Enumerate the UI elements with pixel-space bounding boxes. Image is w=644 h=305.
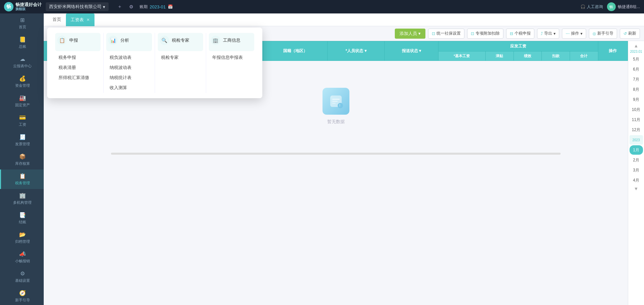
cal-nav-down[interactable]: ▼ — [632, 185, 641, 192]
sidebar-item-cloud[interactable]: ☁ 云报表中心 — [0, 52, 44, 72]
sidebar-item-fund[interactable]: 💰 资金管理 — [0, 72, 44, 91]
sidebar-label-invoice: 发票管理 — [15, 142, 30, 147]
sidebar-item-tax[interactable]: 📋 税务管理 — [0, 169, 44, 189]
sidebar-label-archive: 归档管理 — [15, 239, 30, 244]
cal-month-8[interactable]: 8月 — [630, 85, 643, 94]
cal-month-10[interactable]: 10月 — [630, 105, 643, 114]
dropdown-item-annual-report[interactable]: 年报信息申报表 — [209, 52, 254, 63]
sidebar-item-settings[interactable]: ⚙ 基础设置 — [0, 267, 44, 287]
cal-nav-up[interactable]: ▲ — [632, 42, 641, 49]
cal-year-2023-marker: 2023 — [630, 135, 643, 145]
tab-salary-table[interactable]: 工资表 ✕ — [66, 13, 94, 26]
report-header-bg: 📋 申报 — [55, 33, 101, 51]
svg-rect-2 — [332, 101, 338, 102]
sidebar-item-inventory[interactable]: 📦 库存核算 — [0, 150, 44, 169]
guide-btn[interactable]: ◎ 新手引导 — [589, 29, 617, 39]
report-section-header: 📋 申报 — [57, 36, 99, 45]
special-deduction-btn[interactable]: ⊡ 专项附加扣除 — [467, 29, 503, 39]
salary-icon: 💳 — [19, 114, 26, 121]
dropdown-section-analysis: 📊 分析 税负波动表 纳税波动表 纳税统计表 收入测算 — [103, 33, 154, 93]
sidebar-item-multi-org[interactable]: 🏢 多机构管理 — [0, 189, 44, 208]
add-person-button[interactable]: 添加人员 ▾ — [395, 29, 425, 39]
th-nationality: 国籍（地区） — [263, 41, 328, 61]
add-company-icon[interactable]: ＋ — [115, 2, 124, 11]
expert-section-icon: 🔍 — [160, 36, 169, 45]
guide-toolbar-icon: ◎ — [593, 31, 596, 36]
export-btn[interactable]: ⤴ 导出 ▾ — [537, 29, 559, 39]
th-performance: 绩效 — [514, 51, 542, 61]
sidebar-item-assets[interactable]: 🏭 固定资产 — [0, 91, 44, 111]
report-section-title: 申报 — [69, 37, 78, 43]
th-status[interactable]: *人员状态 ▾ — [328, 41, 385, 61]
dropdown-item-tax-burden[interactable]: 税负波动表 — [106, 52, 152, 63]
invoice-icon: 🧾 — [19, 134, 26, 140]
sidebar-item-guide[interactable]: 🧭 新手引导 — [0, 287, 44, 305]
dropdown-item-income-estimate[interactable]: 收入测算 — [106, 83, 152, 93]
cal-month-11[interactable]: 11月 — [630, 115, 643, 124]
refresh-btn[interactable]: ↺ 刷新 — [620, 29, 640, 39]
horizontal-scroll[interactable] — [44, 152, 628, 156]
cal-month-12[interactable]: 12月 — [630, 125, 643, 135]
sidebar-item-archive[interactable]: 📂 归档管理 — [0, 228, 44, 247]
calendar-panel: ▲ 2023.01 5月 6月 7月 8月 9月 10月 11月 12月 202… — [628, 41, 644, 305]
refresh-icon: ↺ — [623, 31, 627, 36]
add-arrow-icon: ▾ — [418, 31, 421, 36]
svg-point-4 — [338, 103, 343, 108]
sidebar: ⊞ 首页 📒 总账 ☁ 云报表中心 💰 资金管理 🏭 固定资产 💳 工资 🧾 发… — [0, 13, 44, 305]
period-label: 账期 — [140, 4, 148, 10]
cloud-icon: ☁ — [20, 56, 25, 62]
th-report-status[interactable]: 报送状态 ▾ — [384, 41, 438, 61]
empty-illustration: ! — [323, 88, 349, 115]
fund-icon: 💰 — [19, 75, 26, 82]
cal-month-2[interactable]: 2月 — [630, 155, 643, 165]
cal-month-5[interactable]: 5月 — [630, 54, 643, 64]
sidebar-item-home[interactable]: ⊞ 首页 — [0, 13, 44, 33]
analysis-section-title: 分析 — [120, 37, 129, 43]
operation-btn[interactable]: ⋯ 操作 ▾ — [562, 29, 586, 39]
expert-section-title: 税检专家 — [172, 37, 189, 43]
settings-icon[interactable]: ⚙ — [127, 2, 136, 11]
sidebar-item-salary[interactable]: 💳 工资 — [0, 111, 44, 130]
sidebar-item-invoice[interactable]: 🧾 发票管理 — [0, 130, 44, 150]
business-header-bg: 🏢 工商信息 — [209, 33, 254, 51]
tab-home[interactable]: 首页 — [48, 13, 66, 26]
logo-area: 畅 畅捷通好会计 旗舰版 — [4, 2, 42, 11]
dropdown-item-income-tax[interactable]: 所得税汇算清缴 — [55, 73, 101, 83]
special-icon: ⊡ — [471, 31, 474, 36]
sidebar-item-expense[interactable]: 📣 小畅报销 — [0, 247, 44, 267]
sidebar-item-ledger[interactable]: 📒 总账 — [0, 33, 44, 52]
cal-month-9[interactable]: 9月 — [630, 95, 643, 104]
dropdown-section-business: 🏢 工商信息 年报信息申报表 — [206, 33, 257, 93]
sidebar-item-close[interactable]: 📑 结账 — [0, 208, 44, 228]
scroll-track[interactable] — [111, 153, 561, 155]
company-selector[interactable]: 西安虾米网络科技有限公司 ▾ — [46, 2, 109, 11]
empty-text: 暂无数据 — [327, 119, 345, 125]
tab-home-label: 首页 — [52, 16, 61, 23]
dropdown-item-tax-check[interactable]: 税检专家 — [158, 52, 203, 63]
cal-month-6[interactable]: 6月 — [630, 65, 643, 74]
tax-report-btn[interactable]: ⊟ 个税申报 — [506, 29, 534, 39]
tab-close-icon[interactable]: ✕ — [86, 17, 90, 22]
dropdown-item-tax-wave[interactable]: 纳税波动表 — [106, 63, 152, 73]
calendar-icon[interactable]: 📅 — [168, 4, 173, 9]
dropdown-item-tax-stats[interactable]: 纳税统计表 — [106, 73, 152, 83]
sidebar-label-assets: 固定资产 — [15, 103, 30, 108]
cal-month-1[interactable]: 1月 — [630, 145, 643, 155]
logo-icon: 畅 — [4, 2, 13, 11]
sidebar-label-multi-org: 多机构管理 — [13, 200, 32, 205]
sidebar-label-close: 结账 — [19, 220, 26, 225]
sidebar-label-home: 首页 — [19, 25, 26, 30]
assets-icon: 🏭 — [19, 95, 26, 101]
tab-salary-label: 工资表 — [71, 17, 84, 23]
analysis-section-icon: 📊 — [108, 36, 118, 45]
logo-main: 畅捷通好会计 — [15, 2, 42, 7]
cal-month-4[interactable]: 4月 — [630, 176, 643, 185]
cal-month-3[interactable]: 3月 — [630, 165, 643, 175]
dropdown-item-tax-report[interactable]: 税务申报 — [55, 52, 101, 63]
user-info[interactable]: 畅 畅捷通B组... — [607, 2, 640, 11]
service-btn[interactable]: 🎧 人工咨询 — [580, 4, 603, 10]
cal-month-7[interactable]: 7月 — [630, 75, 643, 84]
social-insurance-btn[interactable]: ⊡ 统一社保设置 — [428, 29, 464, 39]
inventory-icon: 📦 — [19, 153, 26, 160]
dropdown-item-tax-table[interactable]: 税表清册 — [55, 63, 101, 73]
